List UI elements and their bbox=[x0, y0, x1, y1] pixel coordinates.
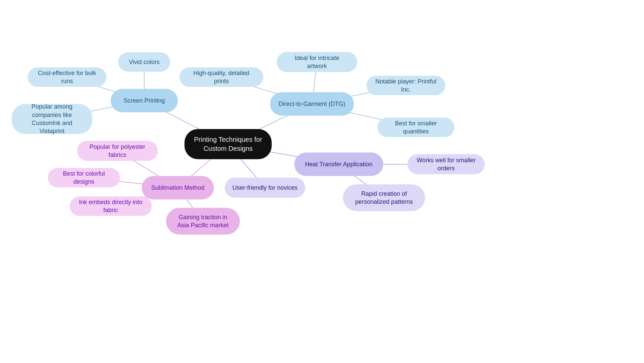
node-popular-companies: Popular among companies like CustomInk a… bbox=[12, 104, 92, 134]
node-user-friendly: User-friendly for novices bbox=[225, 178, 305, 198]
node-high-quality: High-quality, detailed prints bbox=[179, 67, 263, 87]
node-ink-embeds: Ink embeds directly into fabric bbox=[70, 196, 152, 216]
node-best-colorful: Best for colorful designs bbox=[48, 168, 120, 187]
node-gaining-traction: Gaining traction in Asia Pacific market bbox=[166, 208, 240, 235]
mind-map: Printing Techniques for Custom DesignsSc… bbox=[0, 0, 644, 363]
node-heat-transfer: Heat Transfer Application bbox=[294, 153, 383, 176]
node-ideal-intricate: Ideal for intricate artwork bbox=[277, 52, 357, 72]
center-node: Printing Techniques for Custom Designs bbox=[184, 129, 272, 159]
node-notable-player: Notable player: Printful Inc. bbox=[367, 76, 445, 95]
node-rapid-creation: Rapid creation of personalized patterns bbox=[343, 184, 425, 211]
node-popular-polyester: Popular for polyester fabrics bbox=[77, 141, 158, 161]
node-cost-effective: Cost-effective for bulk runs bbox=[28, 67, 107, 87]
node-screen-printing: Screen Printing bbox=[111, 89, 178, 112]
node-vivid-colors: Vivid colors bbox=[118, 52, 170, 72]
node-works-well: Works well for smaller orders bbox=[408, 154, 485, 174]
node-sublimation: Sublimation Method bbox=[142, 176, 214, 199]
node-best-smaller-quantities: Best for smaller quantities bbox=[377, 118, 454, 137]
node-dtg: Direct-to-Garment (DTG) bbox=[270, 92, 354, 116]
